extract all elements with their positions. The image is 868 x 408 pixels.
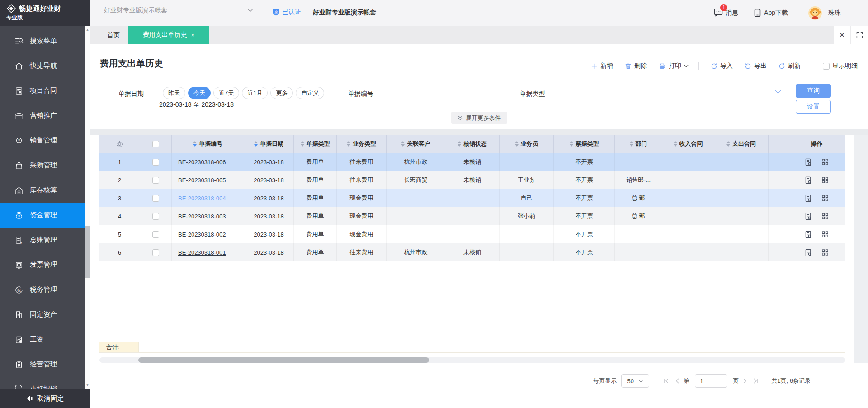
sidebar-item-reimburse[interactable]: S 小好报销 <box>0 377 90 389</box>
sidebar-item-purchase[interactable]: 采购管理 <box>0 153 90 178</box>
sidebar-item-fixed-assets[interactable]: 固定资产 <box>0 302 90 327</box>
sidebar-scroll-thumb[interactable] <box>85 226 90 278</box>
app-download-button[interactable]: App下载 <box>754 9 788 17</box>
header-expense-contract[interactable]: 支出合同 <box>714 135 769 153</box>
sidebar-item-search-menu[interactable]: 搜索菜单 <box>0 28 90 53</box>
expand-more-button[interactable]: 展开更多条件 <box>451 112 507 124</box>
date-range-value[interactable]: 2023-03-18 至 2023-03-18 <box>159 101 234 109</box>
scroll-up-icon[interactable]: ▲ <box>85 28 90 32</box>
close-page-button[interactable]: ✕ <box>834 26 850 44</box>
per-page-select[interactable]: 50 <box>621 374 649 388</box>
doc-no-link[interactable]: BE-20230318-001 <box>178 249 226 256</box>
row-checkbox[interactable] <box>152 177 159 184</box>
row-checkbox[interactable] <box>152 195 159 202</box>
related-docs-icon[interactable] <box>821 176 829 184</box>
sort-icon[interactable] <box>193 141 197 147</box>
pill-last-month[interactable]: 近1月 <box>242 87 268 99</box>
doc-no-link[interactable]: BE-20230318-005 <box>178 177 226 184</box>
show-detail-checkbox[interactable] <box>823 63 830 70</box>
horizontal-scrollbar[interactable] <box>99 357 845 363</box>
header-ticket-type[interactable]: 票据类型 <box>554 135 615 153</box>
settings-button[interactable]: 设置 <box>796 100 831 114</box>
sort-icon[interactable] <box>458 141 461 147</box>
doc-no-link[interactable]: BE-20230318-003 <box>178 213 226 220</box>
row-checkbox-cell[interactable] <box>140 225 172 243</box>
first-page-button[interactable] <box>661 375 672 386</box>
user-menu[interactable]: 珠珠 <box>808 6 841 20</box>
table-row[interactable]: 3 BE-20230318-004 2023-03-18 费用单 现金费用 自己… <box>99 189 845 207</box>
sort-icon[interactable] <box>515 141 519 147</box>
doc-no-link[interactable]: BE-20230318-002 <box>178 231 226 238</box>
last-page-button[interactable] <box>750 375 761 386</box>
sort-icon[interactable] <box>674 141 677 147</box>
sidebar-item-ledger[interactable]: ¥ 总账管理 <box>0 228 90 252</box>
row-checkbox[interactable] <box>152 213 159 220</box>
show-detail-toggle[interactable]: 显示明细 <box>823 62 858 70</box>
tab-home[interactable]: 首页 <box>99 26 127 44</box>
row-checkbox[interactable] <box>152 159 159 166</box>
next-page-button[interactable] <box>740 375 750 386</box>
sidebar-item-project-contract[interactable]: 项目合同 <box>0 78 90 103</box>
sort-icon[interactable] <box>347 141 350 147</box>
row-checkbox-cell[interactable] <box>140 189 172 207</box>
refresh-button[interactable]: 刷新 <box>778 62 801 70</box>
pill-last-7-days[interactable]: 近7天 <box>213 87 239 99</box>
sidebar-item-invoice[interactable]: 发票管理 <box>0 252 90 277</box>
sidebar-item-salary[interactable]: 工资 <box>0 327 90 352</box>
export-button[interactable]: 导出 <box>745 62 767 70</box>
header-income-contract[interactable]: 收入合同 <box>662 135 714 153</box>
sidebar-item-inventory[interactable]: 库存核算 <box>0 178 90 203</box>
header-salesperson[interactable]: 业务员 <box>500 135 554 153</box>
view-detail-icon[interactable] <box>805 213 812 220</box>
account-select[interactable]: 好业财专业版演示帐套 <box>104 6 253 19</box>
sort-icon[interactable] <box>401 141 405 147</box>
sidebar-item-sales[interactable]: ¥ 销售管理 <box>0 128 90 153</box>
table-row[interactable]: 6 BE-20230318-001 2023-03-18 费用单 往来费用 杭州… <box>99 243 845 261</box>
view-detail-icon[interactable] <box>805 176 812 184</box>
row-checkbox-cell[interactable] <box>140 207 172 225</box>
pill-custom[interactable]: 自定义 <box>296 87 324 99</box>
query-button[interactable]: 查询 <box>796 84 831 98</box>
grid-vertical-scroll-area[interactable] <box>854 135 868 363</box>
select-all-checkbox[interactable] <box>152 141 159 147</box>
row-checkbox[interactable] <box>152 249 159 256</box>
pill-yesterday[interactable]: 昨天 <box>163 87 185 99</box>
sidebar-item-operations[interactable]: 经营管理 <box>0 352 90 377</box>
related-docs-icon[interactable] <box>821 249 829 256</box>
header-verify-status[interactable]: 核销状态 <box>445 135 500 153</box>
doc-type-select[interactable] <box>555 85 785 100</box>
column-settings-button[interactable] <box>99 135 140 153</box>
related-docs-icon[interactable] <box>821 195 829 202</box>
tab-close-icon[interactable]: × <box>191 32 195 38</box>
print-button[interactable]: 打印 <box>659 62 689 70</box>
page-number-input[interactable]: 1 <box>695 374 727 388</box>
header-doc-date[interactable]: 单据日期 <box>244 135 294 153</box>
add-button[interactable]: 新增 <box>591 62 613 70</box>
sort-icon[interactable] <box>254 141 258 147</box>
select-all-cell[interactable] <box>140 135 172 153</box>
row-checkbox[interactable] <box>152 231 159 238</box>
delete-button[interactable]: 删除 <box>625 62 647 70</box>
import-button[interactable]: 导入 <box>711 62 733 70</box>
sort-icon[interactable] <box>630 141 633 147</box>
header-biz-type[interactable]: 业务类型 <box>337 135 387 153</box>
sidebar-scrollbar[interactable]: ▲ ▼ <box>85 26 90 389</box>
view-detail-icon[interactable] <box>805 158 812 166</box>
sidebar-item-marketing[interactable]: 营销推广 <box>0 103 90 128</box>
header-customer[interactable]: 关联客户 <box>387 135 445 153</box>
header-department[interactable]: 部门 <box>615 135 662 153</box>
table-row[interactable]: 1 BE-20230318-006 2023-03-18 费用单 往来费用 杭州… <box>99 153 845 171</box>
related-docs-icon[interactable] <box>821 231 829 238</box>
header-doc-type[interactable]: 单据类型 <box>294 135 337 153</box>
view-detail-icon[interactable] <box>805 195 812 202</box>
header-doc-no[interactable]: 单据编号 <box>172 135 244 153</box>
table-row[interactable]: 5 BE-20230318-002 2023-03-18 费用单 现金费用 不开… <box>99 225 845 243</box>
horizontal-scroll-thumb[interactable] <box>138 357 429 363</box>
sort-icon[interactable] <box>301 141 304 147</box>
doc-no-input[interactable] <box>383 85 499 100</box>
unpin-sidebar-button[interactable]: 取消固定 <box>0 389 90 408</box>
tab-expense-history[interactable]: 费用支出单历史 × <box>128 26 209 44</box>
fullscreen-button[interactable] <box>851 26 868 44</box>
view-detail-icon[interactable] <box>805 249 812 256</box>
sidebar-item-tax[interactable]: 税 税务管理 <box>0 277 90 302</box>
